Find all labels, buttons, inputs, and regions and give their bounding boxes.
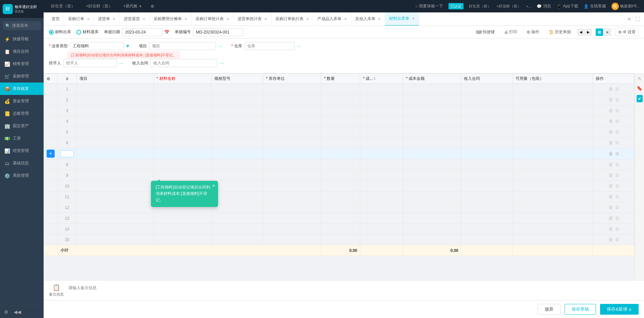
td-project[interactable] — [77, 95, 154, 105]
td-revenue-contract[interactable] — [461, 170, 513, 181]
view-grid-button[interactable]: ▦ — [596, 29, 603, 36]
save-draft-button[interactable]: 保存草稿 — [565, 304, 596, 315]
td-available[interactable] — [513, 213, 593, 224]
td-material[interactable] — [154, 170, 212, 181]
agent-dots-btn[interactable]: ··· — [119, 60, 124, 66]
td-cost[interactable] — [360, 213, 403, 224]
tab-purchase-order[interactable]: 采购订单 ✕ — [64, 12, 94, 26]
copy-row-icon[interactable]: ⧉ — [615, 86, 619, 92]
delete-row-icon[interactable]: 🗑 — [608, 86, 613, 92]
active-project-input[interactable] — [79, 151, 106, 156]
radio-material-return[interactable]: 材料退库 — [76, 29, 99, 35]
biz-type-dots-btn[interactable]: ▼ — [125, 43, 131, 49]
td-revenue-contract[interactable] — [461, 116, 513, 127]
td-cost-amount[interactable] — [403, 170, 461, 181]
tab-purchase-exec[interactable]: 采购订单执行表 ✕ — [271, 12, 313, 26]
td-revenue-contract[interactable] — [461, 224, 513, 234]
td-qty-active[interactable] — [321, 148, 360, 159]
nav-next-button[interactable]: ▶ — [585, 29, 592, 36]
td-cost-amount[interactable] — [403, 138, 461, 148]
window-close-icon[interactable]: ✕ — [627, 16, 631, 22]
td-spec[interactable] — [212, 213, 263, 224]
td-spec-active[interactable] — [212, 148, 263, 159]
td-material[interactable] — [154, 234, 212, 245]
td-project[interactable] — [77, 84, 154, 95]
copy-row-icon[interactable]: ⧉ — [615, 97, 619, 102]
tab-material-out[interactable]: 材料出库单 ✕ — [385, 12, 419, 26]
td-cost-amount[interactable] — [403, 127, 461, 138]
td-spec[interactable] — [212, 234, 263, 245]
td-material[interactable] — [154, 95, 212, 105]
sidebar-item-basic[interactable]: 🗂 基础信息 — [0, 157, 44, 169]
td-project[interactable] — [77, 213, 154, 224]
td-project[interactable] — [77, 105, 154, 116]
td-qty[interactable] — [321, 95, 360, 105]
right-panel-bookmark-icon[interactable]: 🔖 — [637, 86, 642, 91]
td-material[interactable] — [154, 224, 212, 234]
experience-btn[interactable]: ○ 我要体验一下 — [415, 3, 443, 9]
td-cost-amount[interactable] — [403, 224, 461, 234]
sidebar-item-sales[interactable]: 📈 销售管理 — [0, 58, 44, 70]
delete-row-icon[interactable]: 🗑 — [608, 129, 613, 135]
sidebar-item-inventory[interactable]: 📦 库存核算 — [0, 83, 44, 95]
copy-row-icon[interactable]: ⧉ — [615, 172, 619, 178]
delete-row-icon[interactable]: 🗑 — [608, 172, 613, 178]
tab-product-storage[interactable]: 产成品入库单 ✕ — [313, 12, 351, 26]
app-download-btn[interactable]: 📱 App下载 — [556, 3, 578, 9]
tab-home[interactable]: 首页 — [48, 12, 64, 26]
shortcuts-button[interactable]: ⌨ 快捷键 — [473, 28, 497, 36]
td-cost-active[interactable] — [360, 148, 403, 159]
td-revenue-contract[interactable] — [461, 84, 513, 95]
sidebar-item-accounting[interactable]: 📒 总账管理 — [0, 107, 44, 120]
td-spec[interactable] — [212, 105, 263, 116]
super-topbar-gear[interactable]: ⚙ — [151, 4, 154, 9]
print-button[interactable]: 🖨 打印 — [501, 28, 520, 36]
date-input[interactable] — [122, 28, 162, 36]
tab-close-incoming-return[interactable]: ✕ — [143, 17, 145, 21]
tab-close-incoming-stat[interactable]: ✕ — [264, 17, 267, 21]
sidebar-item-system[interactable]: ⚙️ 系统管理 — [0, 169, 44, 182]
copy-row-icon[interactable]: ⧉ — [615, 162, 619, 167]
tab-close-purchase-stat[interactable]: ✕ — [226, 17, 229, 21]
td-available[interactable] — [513, 84, 593, 95]
copy-row-icon[interactable]: ⧉ — [615, 129, 619, 135]
tab-close-purchase-expense[interactable]: ✕ — [184, 17, 187, 21]
tab-incoming-stat[interactable]: 进货单统计表 ✕ — [233, 12, 271, 26]
settings-button[interactable]: ⚙ ⚙ 设置 — [615, 28, 639, 36]
warehouse-dots-btn[interactable]: ··· — [297, 43, 302, 49]
td-revenue-contract[interactable] — [461, 159, 513, 170]
project-dots-btn[interactable]: ··· — [218, 43, 223, 49]
super-more[interactable]: +... — [526, 4, 532, 8]
td-project[interactable] — [77, 181, 154, 192]
td-material-active[interactable] — [154, 148, 212, 159]
td-spec[interactable] — [212, 170, 263, 181]
view-list-button[interactable]: ≡ — [604, 29, 611, 36]
td-qty[interactable] — [321, 84, 360, 95]
td-available[interactable] — [513, 138, 593, 148]
tooltip-close-button[interactable]: ✕ — [212, 183, 215, 189]
delete-row-icon[interactable]: 🗑 — [608, 151, 613, 156]
td-spec[interactable] — [212, 127, 263, 138]
td-available[interactable] — [513, 192, 593, 202]
td-cost[interactable] — [360, 170, 403, 181]
nav-prev-button[interactable]: ◀ — [578, 29, 584, 36]
td-qty[interactable] — [321, 127, 360, 138]
td-project[interactable] — [77, 202, 154, 213]
sidebar-item-finance[interactable]: 💰 资金管理 — [0, 95, 44, 107]
td-unit[interactable] — [263, 213, 321, 224]
td-unit[interactable] — [263, 181, 321, 192]
td-qty[interactable] — [321, 234, 360, 245]
delete-row-icon[interactable]: 🗑 — [608, 237, 613, 242]
td-unit[interactable] — [263, 159, 321, 170]
super-good-wealth2[interactable]: +好业财（首） — [496, 4, 521, 9]
delete-row-icon[interactable]: 🗑 — [608, 226, 613, 231]
td-material[interactable] — [154, 127, 212, 138]
td-spec[interactable] — [212, 138, 263, 148]
copy-row-icon[interactable]: ⧉ — [615, 194, 619, 199]
warehouse-input[interactable] — [244, 42, 294, 50]
td-material[interactable] — [154, 159, 212, 170]
td-project[interactable] — [77, 138, 154, 148]
td-project[interactable] — [77, 192, 154, 202]
td-available[interactable] — [513, 116, 593, 127]
td-qty[interactable] — [321, 224, 360, 234]
